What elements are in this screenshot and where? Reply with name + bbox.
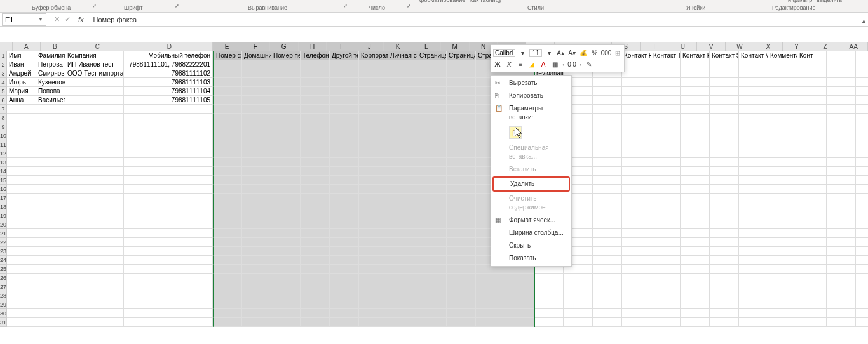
cell[interactable] [65,78,124,87]
cell[interactable] [7,291,36,300]
cell[interactable] [359,78,388,87]
cell[interactable] [622,202,651,211]
cell[interactable] [593,194,622,202]
cell[interactable] [213,265,242,274]
cell[interactable] [36,265,65,274]
cell[interactable] [593,300,622,309]
cell[interactable] [388,274,417,282]
cell[interactable] [330,122,359,131]
cell[interactable] [124,114,213,122]
cell[interactable] [827,291,856,300]
cell[interactable] [827,300,856,309]
cell[interactable] [651,300,681,309]
cell[interactable] [651,87,681,96]
row-header-5[interactable]: 5 [0,87,7,96]
cell[interactable] [271,176,301,185]
col-header-U[interactable]: U [668,42,697,51]
cell[interactable] [359,60,388,69]
cell[interactable] [301,247,330,256]
cell[interactable] [65,247,124,256]
cell[interactable] [447,229,476,238]
cell[interactable] [651,256,681,265]
cell[interactable] [271,318,301,327]
cell[interactable] [7,176,36,185]
cell[interactable] [213,220,242,229]
cell[interactable] [36,131,65,140]
cell[interactable] [593,131,622,140]
cell[interactable] [36,309,65,318]
cell[interactable] [622,300,651,309]
cell[interactable] [301,194,330,202]
cell[interactable] [739,194,768,202]
cell[interactable] [388,167,417,176]
col-header-W[interactable]: W [726,42,754,51]
cell[interactable] [36,105,65,114]
cell[interactable] [330,202,359,211]
cell[interactable] [768,282,797,291]
cell[interactable] [593,238,622,247]
cell[interactable] [271,114,301,122]
cell[interactable] [739,274,768,282]
cell[interactable] [827,282,856,291]
cell[interactable] [827,69,856,78]
cell[interactable] [242,87,271,96]
cell[interactable] [213,300,242,309]
cell[interactable] [505,274,534,282]
cell[interactable] [622,158,651,167]
cell[interactable] [768,105,797,114]
font-dialog-icon[interactable]: ⤢ [175,3,181,10]
cell[interactable] [593,96,622,105]
cell[interactable] [301,282,330,291]
cell[interactable] [447,211,476,220]
cell[interactable] [417,114,447,122]
cell[interactable] [65,194,124,202]
cell[interactable] [797,211,827,220]
cell[interactable] [388,282,417,291]
cell[interactable] [301,265,330,274]
cell[interactable] [651,318,681,327]
cell[interactable] [797,149,827,158]
cell[interactable]: Мобильный телефон [124,51,213,60]
cell[interactable] [768,265,797,274]
cell[interactable]: 79881111104 [124,87,213,96]
cell[interactable] [301,149,330,158]
cell[interactable] [768,220,797,229]
col-header-Y[interactable]: Y [783,42,811,51]
cell[interactable] [417,202,447,211]
cell[interactable] [797,318,827,327]
cell[interactable] [271,78,301,87]
cell[interactable] [739,318,768,327]
cell[interactable] [124,256,213,265]
cell[interactable] [242,256,271,265]
cell[interactable] [330,167,359,176]
cell[interactable] [739,60,768,69]
cell[interactable] [7,318,36,327]
cell[interactable] [739,309,768,318]
row-header-15[interactable]: 15 [0,176,7,185]
cell[interactable]: Имя [7,51,36,60]
cell[interactable] [710,220,739,229]
cell[interactable] [65,274,124,282]
cell[interactable] [388,176,417,185]
col-header-I[interactable]: I [327,42,355,51]
menu-delete[interactable]: Удалить [492,176,570,192]
cell[interactable] [330,176,359,185]
cell[interactable] [651,309,681,318]
cell[interactable] [330,194,359,202]
cell[interactable] [710,176,739,185]
cell[interactable] [681,96,710,105]
cell[interactable] [65,238,124,247]
cell[interactable] [124,220,213,229]
cell[interactable] [388,158,417,167]
cell[interactable] [7,211,36,220]
cell[interactable] [856,211,868,220]
cell[interactable] [7,158,36,167]
cell[interactable] [271,158,301,167]
cell[interactable] [330,247,359,256]
cell[interactable] [124,140,213,149]
cell[interactable] [797,220,827,229]
cell[interactable] [651,238,681,247]
cell[interactable] [651,274,681,282]
cell[interactable]: ООО Тест импорта [65,69,124,78]
cell[interactable] [622,105,651,114]
